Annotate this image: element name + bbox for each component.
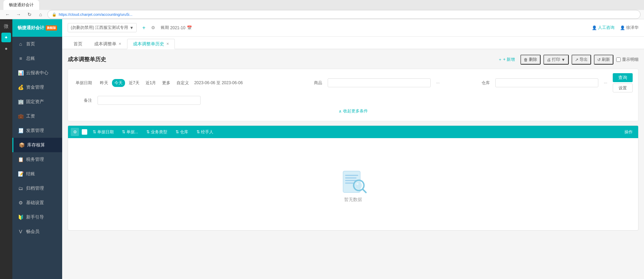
sidebar-item-salary[interactable]: 💼 工资 [12, 109, 62, 123]
date-custom-btn[interactable]: 自定义 [174, 79, 191, 87]
goods-filter-input[interactable] [328, 78, 431, 87]
collapse-label: 收起更多条件 [343, 108, 368, 114]
print-icon: 🖨 [547, 57, 551, 62]
sidebar-item-member[interactable]: V 畅会员 [12, 224, 62, 239]
date-today-btn[interactable]: 今天 [112, 79, 125, 87]
table-col-number[interactable]: ⇅ 单据... [119, 129, 141, 135]
company-name: (勿删勿禁用) 江西服宝测试专用 [71, 25, 128, 31]
warehouse-filter-more-icon[interactable]: ··· [604, 80, 607, 85]
icon-sidebar-active[interactable]: ✦ [1, 33, 11, 42]
sidebar-item-invoice[interactable]: 🧾 发票管理 [12, 123, 62, 138]
table-col-actions: 操作 [622, 129, 635, 135]
print-button[interactable]: 🖨 打印 ▼ [543, 55, 569, 65]
show-detail-checkbox-label[interactable]: 显示明细 [616, 57, 639, 63]
sidebar-item-archive[interactable]: 🗂 归档管理 [12, 181, 62, 196]
add-icon: ＋ [498, 57, 502, 63]
tab-home-label: 首页 [74, 41, 82, 47]
company-selector[interactable]: (勿删勿禁用) 江西服宝测试专用 ▼ [68, 23, 137, 32]
print-label: 打印 [552, 57, 560, 63]
browser-tab[interactable]: 畅捷通好会计 [3, 0, 39, 10]
table-col-warehouse[interactable]: ⇅ 仓库 [173, 129, 191, 135]
table-settings-icon[interactable]: ⚙ [71, 128, 79, 136]
sidebar-item-guide[interactable]: 🔰 新手引导 [12, 210, 62, 224]
icon-sidebar-other[interactable]: ● [1, 44, 11, 53]
table-col-number-sort-icon: ⇅ [122, 130, 125, 134]
tab-home[interactable]: 首页 [68, 38, 88, 49]
tab-cost-adjust-history-close[interactable]: ✕ [166, 42, 169, 46]
sidebar-item-fixed-assets-label: 固定资产 [26, 99, 44, 105]
url-bar[interactable]: 🔒 https://cloud.chanjet.com/accounting/u… [47, 10, 641, 19]
browser-chrome: 畅捷通好会计 ← → ↻ ⌂ 🔒 https://cloud.chanjet.c… [0, 0, 644, 19]
table-col-warehouse-sort-icon: ⇅ [176, 130, 179, 134]
sidebar-item-funds[interactable]: 💰 资金管理 [12, 80, 62, 94]
settings-gear-icon[interactable]: ⚙ [151, 25, 155, 30]
nav-sidebar: 畅捷通好会计 旗舰版 ⌂ 首页 ≡ 总账 📊 云报表中心 💰 资金管理 🏢 固定… [12, 19, 62, 279]
table-col-date[interactable]: ⇅ 单据日期 [90, 129, 116, 135]
service-icon: 👤 [592, 25, 597, 30]
sidebar-item-ledger[interactable]: ≡ 总账 [12, 51, 62, 66]
warehouse-filter-input[interactable] [495, 78, 598, 87]
nav-back-button[interactable]: ← [3, 10, 12, 19]
query-button[interactable]: 查询 [613, 73, 633, 82]
customer-service-button[interactable]: 👤 人工咨询 [592, 25, 614, 31]
nav-home-button[interactable]: ⌂ [36, 10, 45, 19]
sidebar-item-home[interactable]: ⌂ 首页 [12, 37, 62, 51]
table-toolbar: ⚙ ⇅ 单据日期 ⇅ 单据... ⇅ 业务类型 ⇅ [68, 126, 638, 138]
filter-settings-button[interactable]: 设置 [613, 83, 633, 92]
company-selector-arrow: ▼ [129, 25, 134, 30]
sidebar-item-guide-label: 新手引导 [26, 214, 44, 220]
icon-sidebar-weibo[interactable]: 微 [1, 22, 11, 31]
refresh-button[interactable]: ↺ 刷新 [594, 55, 613, 65]
home-icon: ⌂ [18, 41, 23, 47]
sidebar-item-reports[interactable]: 📊 云报表中心 [12, 66, 62, 80]
sidebar-item-ledger-label: 总账 [26, 55, 35, 62]
member-icon: V [18, 229, 23, 234]
show-detail-checkbox[interactable] [616, 57, 621, 62]
date-more-btn[interactable]: 更多 [160, 79, 173, 87]
export-button[interactable]: ↗ 导出 [572, 55, 591, 65]
sidebar-item-reports-label: 云报表中心 [26, 70, 48, 76]
collapse-conditions-button[interactable]: ∧ 收起更多条件 [339, 108, 368, 114]
svg-line-7 [363, 189, 366, 192]
goods-filter-more-icon[interactable]: ··· [436, 80, 440, 85]
user-name: 徐泽华 [626, 25, 639, 31]
delete-label: 删除 [529, 57, 537, 63]
calendar-icon[interactable]: 📅 [187, 25, 192, 30]
date-last1month-btn[interactable]: 近1月 [143, 79, 159, 87]
table-col-handler-sort-icon: ⇅ [196, 130, 200, 134]
tab-cost-adjust[interactable]: 成本调整单 ✕ [88, 38, 127, 49]
sidebar-item-checkout[interactable]: 📝 结账 [12, 167, 62, 181]
app-container: 微 ✦ ● 畅捷通好会计 旗舰版 ⌂ 首页 ≡ 总账 📊 云报表中心 💰 资金管… [0, 19, 644, 279]
table-select-all-checkbox[interactable] [82, 129, 87, 135]
tab-cost-adjust-close[interactable]: ✕ [118, 42, 121, 46]
refresh-icon: ↺ [597, 57, 601, 62]
user-avatar-area[interactable]: 👤 徐泽华 [620, 25, 639, 31]
header-right: 👤 人工咨询 👤 徐泽华 [592, 25, 639, 31]
nav-refresh-button[interactable]: ↻ [25, 10, 34, 19]
url-text: https://cloud.chanjet.com/accounting/uru… [59, 12, 133, 16]
export-icon: ↗ [575, 57, 578, 62]
delete-button[interactable]: 🗑 删除 [520, 55, 541, 65]
ledger-icon: ≡ [18, 56, 23, 61]
inventory-icon: 📦 [19, 142, 24, 148]
fixed-assets-icon: 🏢 [18, 99, 23, 104]
table-col-date-sort-icon: ⇅ [93, 130, 96, 134]
sidebar-item-fixed-assets[interactable]: 🏢 固定资产 [12, 94, 62, 109]
sidebar-item-tax[interactable]: 📋 税务管理 [12, 152, 62, 167]
delete-icon: 🗑 [524, 57, 528, 62]
add-button[interactable]: ＋ + 新增 [495, 55, 518, 64]
table-col-type[interactable]: ⇅ 业务类型 [144, 129, 170, 135]
add-company-button[interactable]: + [142, 25, 145, 31]
sidebar-item-settings[interactable]: ⚙ 基础设置 [12, 196, 62, 210]
sidebar-item-inventory[interactable]: 📦 库存核算 [12, 138, 62, 152]
tab-cost-adjust-history[interactable]: 成本调整单历史 ✕ [127, 39, 175, 49]
table-container: ⚙ ⇅ 单据日期 ⇅ 单据... ⇅ 业务类型 ⇅ [68, 125, 639, 231]
date-yesterday-btn[interactable]: 昨天 [98, 79, 111, 87]
remark-filter-input[interactable] [98, 96, 201, 105]
page-header: 成本调整单历史 ＋ + 新增 🗑 删除 🖨 打印 ▼ [68, 55, 639, 65]
app-header: (勿删勿禁用) 江西服宝测试专用 ▼ + ⚙ 账期 2021-10 📅 👤 人工… [62, 19, 644, 37]
date-filter-group: 昨天 今天 近7天 近1月 更多 自定义 2023-06-06 至 2023-0… [98, 79, 243, 87]
date-last7-btn[interactable]: 近7天 [126, 79, 142, 87]
table-col-handler[interactable]: ⇅ 经手人 [194, 129, 216, 135]
nav-forward-button[interactable]: → [14, 10, 23, 19]
